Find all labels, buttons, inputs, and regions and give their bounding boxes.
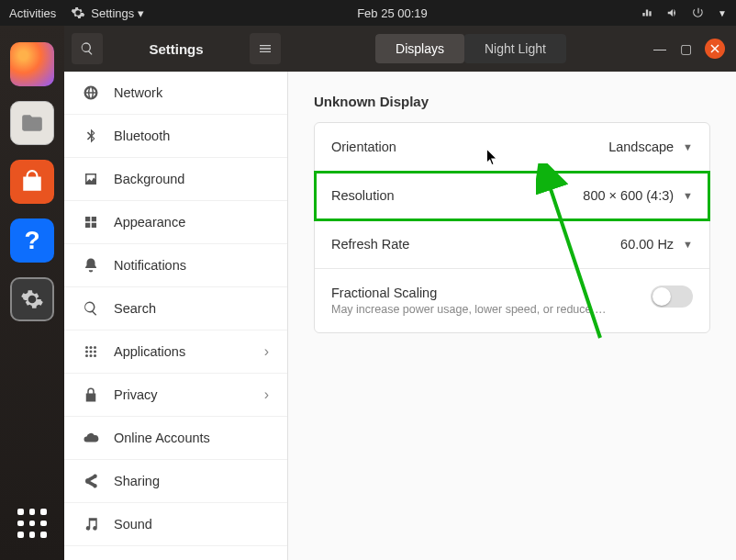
gnome-topbar: Activities Settings ▾ Feb 25 00:19 ▼ [0, 0, 736, 26]
sidebar-item-sound[interactable]: Sound [64, 503, 287, 546]
window-title: Settings [110, 41, 242, 57]
globe-icon [83, 84, 99, 101]
dock-software[interactable] [10, 160, 54, 204]
music-icon [83, 516, 99, 532]
bluetooth-icon [83, 128, 99, 144]
cloud-icon [83, 430, 99, 446]
sidebar-item-label: Sound [114, 517, 152, 532]
resolution-value: 800 × 600 (4:3) [583, 188, 674, 203]
search-button[interactable] [72, 33, 103, 64]
dock-firefox[interactable] [10, 42, 54, 86]
chevron-down-icon: ▼ [683, 239, 693, 250]
tab-group: Displays Night Light [375, 34, 566, 63]
svg-point-1 [90, 346, 93, 349]
sidebar-item-label: Privacy [114, 387, 158, 402]
chevron-right-icon: › [264, 343, 269, 360]
sidebar-item-appearance[interactable]: Appearance [64, 201, 287, 244]
refresh-rate-row[interactable]: Refresh Rate 60.00 Hz ▼ [315, 220, 709, 269]
chevron-down-icon: ▼ [683, 190, 693, 201]
close-icon [710, 44, 719, 53]
background-icon [83, 171, 99, 187]
sidebar-item-label: Notifications [114, 258, 186, 273]
dock: ? [0, 26, 64, 560]
clock[interactable]: Feb 25 00:19 [144, 6, 641, 20]
chevron-right-icon: › [264, 386, 269, 403]
appearance-icon [83, 214, 99, 230]
svg-point-7 [90, 354, 93, 357]
sidebar-item-label: Network [114, 85, 162, 100]
refresh-value: 60.00 Hz [620, 237, 674, 252]
sidebar-item-label: Appearance [114, 215, 185, 230]
resolution-row[interactable]: Resolution 800 × 600 (4:3) ▼ [315, 172, 709, 220]
svg-point-0 [85, 346, 88, 349]
gear-icon [20, 287, 44, 311]
sidebar-item-privacy[interactable]: Privacy› [64, 374, 287, 417]
refresh-label: Refresh Rate [331, 237, 620, 252]
section-title: Unknown Display [314, 94, 710, 109]
svg-point-8 [94, 354, 96, 357]
chevron-down-icon: ▼ [718, 8, 727, 18]
close-button[interactable] [705, 39, 725, 59]
maximize-button[interactable]: ▢ [679, 42, 692, 55]
shopping-bag-icon [20, 170, 44, 194]
power-icon [692, 6, 705, 19]
bell-icon [83, 257, 99, 274]
svg-point-4 [90, 351, 93, 353]
resolution-label: Resolution [331, 188, 583, 203]
hamburger-button[interactable] [250, 33, 281, 64]
dock-help[interactable]: ? [10, 218, 54, 263]
fractional-toggle[interactable] [651, 286, 693, 308]
svg-point-6 [85, 354, 88, 357]
app-menu[interactable]: Settings ▾ [71, 6, 144, 20]
titlebar: Settings Displays Night Light — ▢ [64, 26, 736, 72]
sidebar-item-label: Online Accounts [114, 431, 210, 445]
chevron-down-icon: ▼ [683, 141, 693, 152]
svg-point-2 [94, 346, 96, 349]
orientation-value: Landscape [608, 140, 674, 154]
orientation-label: Orientation [331, 140, 608, 154]
dock-settings[interactable] [10, 277, 54, 321]
displays-content: Unknown Display Orientation Landscape ▼ … [288, 72, 736, 560]
sidebar-item-online-accounts[interactable]: Online Accounts [64, 417, 287, 460]
sidebar-item-label: Background [114, 172, 184, 186]
minimize-button[interactable]: — [653, 42, 666, 55]
fractional-sub: May increase power usage, lower speed, o… [331, 303, 607, 316]
menu-icon [258, 41, 273, 56]
network-icon [641, 6, 653, 19]
grid-icon [83, 343, 99, 360]
sidebar-item-label: Sharing [114, 474, 160, 488]
fractional-label: Fractional Scaling [331, 286, 651, 300]
sidebar-item-power[interactable]: Power [64, 546, 287, 560]
search-icon [83, 300, 99, 317]
svg-point-5 [94, 351, 96, 353]
settings-window: Settings Displays Night Light — ▢ Ne [64, 26, 736, 560]
sidebar-item-label: Bluetooth [114, 129, 170, 143]
tab-night-light[interactable]: Night Light [464, 34, 566, 63]
sidebar-item-search[interactable]: Search [64, 287, 287, 330]
settings-sidebar[interactable]: NetworkBluetoothBackgroundAppearanceNoti… [64, 72, 288, 560]
sidebar-item-applications[interactable]: Applications› [64, 330, 287, 374]
search-icon [80, 41, 95, 56]
gear-icon [71, 6, 85, 20]
fractional-scaling-row: Fractional Scaling May increase power us… [315, 269, 709, 332]
dock-files[interactable] [10, 101, 54, 145]
orientation-row[interactable]: Orientation Landscape ▼ [315, 123, 709, 172]
sidebar-item-label: Applications [114, 344, 185, 359]
lock-icon [83, 386, 99, 403]
sidebar-item-bluetooth[interactable]: Bluetooth [64, 115, 287, 158]
show-applications-button[interactable] [10, 501, 54, 545]
activities-button[interactable]: Activities [9, 6, 56, 20]
sidebar-item-label: Search [114, 301, 156, 316]
folder-icon [20, 111, 44, 135]
volume-icon [666, 6, 679, 19]
system-tray[interactable]: ▼ [641, 6, 727, 19]
sidebar-item-network[interactable]: Network [64, 72, 287, 115]
svg-point-3 [85, 351, 88, 353]
displays-panel: Orientation Landscape ▼ Resolution 800 ×… [314, 122, 710, 333]
sidebar-item-notifications[interactable]: Notifications [64, 244, 287, 287]
sidebar-item-sharing[interactable]: Sharing [64, 460, 287, 503]
tab-displays[interactable]: Displays [375, 34, 464, 63]
sidebar-item-background[interactable]: Background [64, 158, 287, 201]
share-icon [83, 473, 99, 489]
